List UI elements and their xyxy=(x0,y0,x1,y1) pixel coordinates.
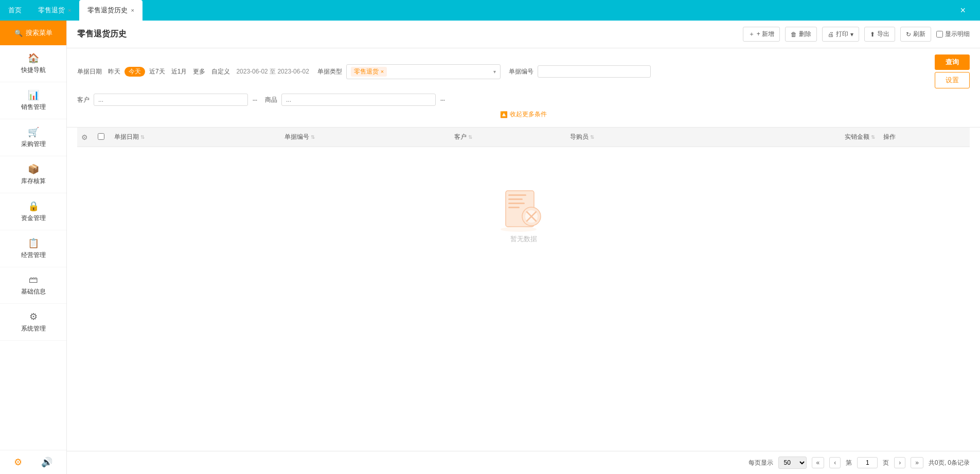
sidebar-item-quick-nav[interactable]: 🏠 快捷导航 xyxy=(0,45,66,82)
tab-retail-return-close[interactable]: × xyxy=(68,7,71,13)
tab-retail-return[interactable]: 零售退货 × xyxy=(30,0,79,21)
filter-collapse-area: 🔼 收起更多条件 xyxy=(77,108,970,121)
prev-page-button[interactable]: ‹ xyxy=(829,457,841,468)
data-table: ⚙ 单据日期 ⇅ 单据编号 xyxy=(77,127,970,285)
setting-button[interactable]: 设置 xyxy=(935,72,970,88)
col-amount-sort[interactable]: 实销金额 ⇅ xyxy=(713,133,875,141)
date-btn-last-month[interactable]: 近1月 xyxy=(169,67,189,77)
export-button[interactable]: ⬆ 导出 xyxy=(864,27,895,42)
export-icon: ⬆ xyxy=(870,31,875,38)
empty-illustration xyxy=(498,188,549,234)
voucher-type-filter: 单据类型 零售退货 × ▾ xyxy=(317,64,501,79)
page-actions: ＋ + 新增 🗑 删除 🖨 打印 ▾ ⬆ 导出 ↻ xyxy=(743,27,970,42)
page-number-input[interactable] xyxy=(857,457,878,468)
sidebar-item-sales-mgmt[interactable]: 📊 销售管理 xyxy=(0,82,66,119)
new-icon: ＋ xyxy=(749,30,755,39)
sidebar-item-finance[interactable]: 🔒 资金管理 xyxy=(0,193,66,230)
tab-home[interactable]: 首页 xyxy=(0,0,30,21)
customer-ellipsis[interactable]: ··· xyxy=(252,95,257,105)
date-btn-yesterday[interactable]: 昨天 xyxy=(106,67,122,77)
system-icon: ⚙ xyxy=(29,311,38,322)
col-number-sort[interactable]: 单据编号 ⇅ xyxy=(284,133,447,141)
col-guide-sort[interactable]: 导购员 ⇅ xyxy=(570,133,705,141)
new-button[interactable]: ＋ + 新增 xyxy=(743,27,780,42)
date-btn-last7[interactable]: 近7天 xyxy=(147,67,167,77)
date-filter-label: 单据日期 xyxy=(77,67,102,76)
voucher-number-input[interactable] xyxy=(538,65,651,78)
col-date-label: 单据日期 xyxy=(114,133,139,141)
main-layout: 🔍 搜索菜单 🏠 快捷导航 📊 销售管理 🛒 采购管理 📦 库存核算 🔒 资金管… xyxy=(0,21,980,474)
print-button[interactable]: 🖨 打印 ▾ xyxy=(822,27,859,42)
display-detail-checkbox[interactable]: 显示明细 xyxy=(936,30,970,39)
table-settings-icon[interactable]: ⚙ xyxy=(81,133,88,141)
sidebar-search-label: 搜索菜单 xyxy=(26,28,52,38)
voucher-type-input[interactable]: 零售退货 × ▾ xyxy=(346,64,501,79)
col-date-sort[interactable]: 单据日期 ⇅ xyxy=(114,133,276,141)
empty-text: 暂无数据 xyxy=(510,234,537,244)
sidebar-settings-icon[interactable]: ⚙ xyxy=(14,457,22,468)
sidebar-item-operations-label: 经营管理 xyxy=(21,251,46,260)
content-area: 零售退货历史 ＋ + 新增 🗑 删除 🖨 打印 ▾ ⬆ 导出 xyxy=(67,21,980,474)
col-checkbox xyxy=(94,127,110,147)
select-all-checkbox[interactable] xyxy=(98,133,104,140)
sidebar-item-inventory[interactable]: 📦 库存核算 xyxy=(0,156,66,193)
purchase-icon: 🛒 xyxy=(28,126,39,138)
table-header-row: ⚙ 单据日期 ⇅ 单据编号 xyxy=(77,127,970,147)
collapse-button[interactable]: 🔼 收起更多条件 xyxy=(500,108,547,121)
sidebar-item-operations[interactable]: 📋 经营管理 xyxy=(0,230,66,267)
col-customer-sort[interactable]: 客户 ⇅ xyxy=(454,133,562,141)
col-action-label: 操作 xyxy=(883,133,896,140)
first-page-button[interactable]: « xyxy=(812,457,825,468)
page-size-label: 每页显示 xyxy=(749,459,773,467)
tab-retail-return-history-close[interactable]: × xyxy=(131,7,134,13)
sidebar-speaker-icon[interactable]: 🔊 xyxy=(41,457,52,468)
svg-point-9 xyxy=(501,227,537,232)
sidebar-item-system-mgmt[interactable]: ⚙ 系统管理 xyxy=(0,304,66,341)
col-guide-label: 导购员 xyxy=(570,133,589,141)
date-btn-more[interactable]: 更多 xyxy=(191,67,207,77)
table-area: ⚙ 单据日期 ⇅ 单据编号 xyxy=(67,127,980,451)
tab-list: 首页 零售退货 × 零售退货历史 × xyxy=(0,0,954,21)
window-close-button[interactable]: × xyxy=(954,5,972,16)
print-dropdown-icon: ▾ xyxy=(850,31,853,38)
col-customer-sort-icon: ⇅ xyxy=(468,135,472,140)
page-size-select[interactable]: 20 50 100 xyxy=(778,457,807,469)
next-page-button[interactable]: › xyxy=(894,457,905,468)
sidebar-item-basic-info-label: 基础信息 xyxy=(21,287,46,296)
date-btn-custom[interactable]: 自定义 xyxy=(209,67,232,77)
col-amount-label: 实销金额 xyxy=(845,133,869,141)
query-button[interactable]: 查询 xyxy=(935,54,970,70)
sidebar-item-basic-info[interactable]: 🗃 基础信息 xyxy=(0,267,66,304)
svg-rect-4 xyxy=(508,207,520,208)
col-action: 操作 xyxy=(879,127,970,147)
tab-retail-return-history[interactable]: 零售退货历史 × xyxy=(79,0,142,21)
display-detail-input[interactable] xyxy=(936,31,943,38)
col-number-sort-icon: ⇅ xyxy=(311,135,315,140)
filter-row-1: 单据日期 昨天 今天 近7天 近1月 更多 自定义 2023-06-02 至 2… xyxy=(77,54,970,88)
new-label: + 新增 xyxy=(757,30,774,39)
sidebar-item-finance-label: 资金管理 xyxy=(21,214,46,223)
goods-input[interactable] xyxy=(281,94,436,106)
goods-ellipsis[interactable]: ··· xyxy=(440,95,444,105)
refresh-button[interactable]: ↻ 刷新 xyxy=(900,27,931,42)
pagination-bar: 每页显示 20 50 100 « ‹ 第 页 › » 共0页, 0条记录 xyxy=(67,451,980,474)
sidebar-item-purchase-mgmt[interactable]: 🛒 采购管理 xyxy=(0,119,66,156)
display-detail-label: 显示明细 xyxy=(945,30,970,39)
date-btn-today[interactable]: 今天 xyxy=(124,67,145,77)
page-unit: 页 xyxy=(883,459,889,467)
voucher-type-tag-close[interactable]: × xyxy=(381,68,384,75)
sidebar-search[interactable]: 🔍 搜索菜单 xyxy=(0,21,66,45)
date-quick-btns: 昨天 今天 近7天 近1月 更多 自定义 xyxy=(106,67,232,77)
sidebar-item-system-mgmt-label: 系统管理 xyxy=(21,324,46,333)
sidebar-item-inventory-label: 库存核算 xyxy=(21,177,46,186)
refresh-icon: ↻ xyxy=(906,31,911,38)
print-icon: 🖨 xyxy=(828,31,834,38)
sidebar-item-quick-nav-label: 快捷导航 xyxy=(21,66,46,75)
col-guide-sort-icon: ⇅ xyxy=(590,135,594,140)
svg-rect-3 xyxy=(508,203,525,204)
customer-input[interactable] xyxy=(94,94,248,106)
last-page-button[interactable]: » xyxy=(911,457,923,468)
export-label: 导出 xyxy=(877,30,889,39)
sidebar-item-sales-mgmt-label: 销售管理 xyxy=(21,103,46,112)
delete-button[interactable]: 🗑 删除 xyxy=(785,27,817,42)
